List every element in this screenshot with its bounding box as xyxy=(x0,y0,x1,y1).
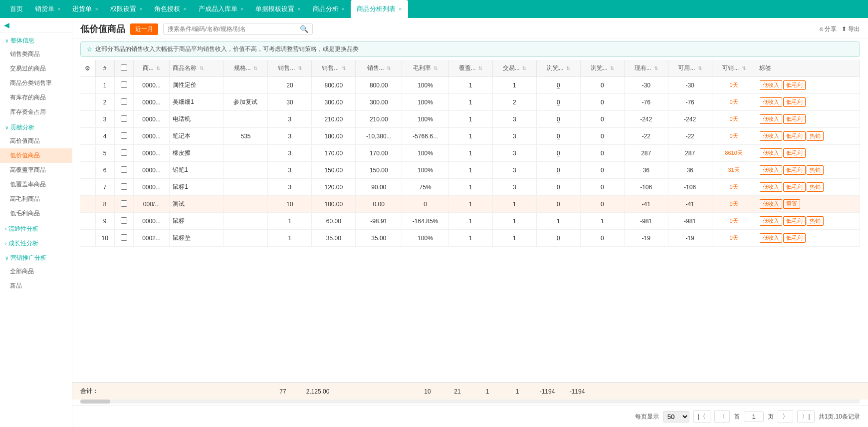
sidebar-item-all-products[interactable]: 全部商品 xyxy=(0,264,72,279)
th-sales2[interactable]: 销售... ⇅ xyxy=(312,60,356,77)
td-checkbox[interactable] xyxy=(114,77,133,94)
per-page-select[interactable]: 50 100 200 xyxy=(663,411,689,423)
row-checkbox[interactable] xyxy=(121,149,127,156)
td-browse1[interactable]: 0 xyxy=(536,77,580,94)
close-icon[interactable]: × xyxy=(57,6,60,12)
sidebar-group-growth[interactable]: › 成长性分析 xyxy=(0,235,72,250)
sidebar-group-overall[interactable]: ∨ 整体信息 xyxy=(0,32,72,47)
td-browse1[interactable]: 0 xyxy=(536,128,580,145)
close-icon[interactable]: × xyxy=(297,6,300,12)
th-margin-rate[interactable]: 毛利率 ⇅ xyxy=(402,60,449,77)
td-browse1[interactable]: 0 xyxy=(536,230,580,247)
close-icon[interactable]: × xyxy=(399,6,402,12)
td-checkbox[interactable] xyxy=(114,94,133,111)
td-checkbox[interactable] xyxy=(114,179,133,196)
td-browse1[interactable]: 0 xyxy=(536,196,580,213)
close-icon[interactable]: × xyxy=(139,6,142,12)
table-settings-th[interactable]: ⚙ xyxy=(80,60,95,77)
th-code[interactable]: 商... ⇅ xyxy=(133,60,169,77)
th-available-stock[interactable]: 可用... ⇅ xyxy=(668,60,712,77)
td-checkbox[interactable] xyxy=(114,162,133,179)
td-browse1[interactable]: 1 xyxy=(536,213,580,230)
sidebar-item-sales-products[interactable]: 销售类商品 xyxy=(0,47,72,61)
th-transaction[interactable]: 交易... ⇅ xyxy=(492,60,536,77)
nav-permission[interactable]: 权限设置 × xyxy=(104,0,148,18)
nav-product-analysis[interactable]: 商品分析 × xyxy=(307,0,351,18)
browse-link[interactable]: 0 xyxy=(557,99,560,106)
td-checkbox[interactable] xyxy=(114,145,133,162)
sidebar-item-high-margin[interactable]: 高毛利商品 xyxy=(0,192,72,206)
sidebar-collapse-btn[interactable]: ◀ xyxy=(4,21,9,29)
sidebar-item-low-value[interactable]: 低价值商品 xyxy=(0,148,72,163)
nav-role-auth[interactable]: 角色授权 × xyxy=(148,0,192,18)
page-input[interactable] xyxy=(744,412,764,422)
close-icon[interactable]: × xyxy=(95,6,98,12)
filter-recent-month-btn[interactable]: 近一月 xyxy=(130,23,158,35)
sidebar-item-inventory-capital[interactable]: 库存资金占用 xyxy=(0,105,72,119)
browse-link[interactable]: 0 xyxy=(557,235,560,242)
browse-link[interactable]: 0 xyxy=(557,82,560,89)
row-checkbox[interactable] xyxy=(121,200,127,207)
browse-link[interactable]: 0 xyxy=(557,184,560,191)
td-browse1[interactable]: 0 xyxy=(536,179,580,196)
row-checkbox[interactable] xyxy=(121,183,127,190)
sidebar-group-circulation[interactable]: › 流通性分析 xyxy=(0,221,72,235)
th-sales3[interactable]: 销售... ⇅ xyxy=(356,60,402,77)
prev-page-btn[interactable]: 〈 xyxy=(714,410,730,423)
last-page-btn[interactable]: 〉| xyxy=(797,410,814,423)
browse-link[interactable]: 0 xyxy=(557,150,560,157)
th-name[interactable]: 商品名称 ⇅ xyxy=(170,60,223,77)
first-page-btn[interactable]: |〈 xyxy=(693,410,710,423)
sidebar-item-low-coverage[interactable]: 低覆盖率商品 xyxy=(0,177,72,192)
td-browse1[interactable]: 0 xyxy=(536,94,580,111)
sidebar-group-contribution[interactable]: ∨ 贡献分析 xyxy=(0,119,72,134)
td-checkbox[interactable] xyxy=(114,230,133,247)
td-browse1[interactable]: 0 xyxy=(536,162,580,179)
export-btn[interactable]: ⬆ 导出 xyxy=(842,25,860,33)
close-icon[interactable]: × xyxy=(240,6,243,12)
th-browse2[interactable]: 浏览... ⇅ xyxy=(580,60,624,77)
row-checkbox[interactable] xyxy=(121,132,127,139)
row-checkbox[interactable] xyxy=(121,81,127,88)
close-icon[interactable]: × xyxy=(342,6,345,12)
th-coverage[interactable]: 覆盖... ⇅ xyxy=(448,60,492,77)
th-current-stock[interactable]: 现有... ⇅ xyxy=(624,60,668,77)
sidebar-item-new-products[interactable]: 新品 xyxy=(0,279,72,293)
sidebar-item-traded-products[interactable]: 交易过的商品 xyxy=(0,61,72,76)
search-input[interactable] xyxy=(168,25,300,32)
sidebar-group-marketing[interactable]: ∨ 营销推广分析 xyxy=(0,250,72,264)
th-browse1[interactable]: 浏览... ⇅ xyxy=(536,60,580,77)
td-checkbox[interactable] xyxy=(114,196,133,213)
nav-product-analysis-list[interactable]: 商品分析列表 × xyxy=(351,0,408,18)
close-icon[interactable]: × xyxy=(183,6,186,12)
horizontal-scrollbar[interactable] xyxy=(80,400,860,404)
share-btn[interactable]: ⎋ 分享 xyxy=(820,25,837,33)
th-sales1[interactable]: 销售... ⇅ xyxy=(268,60,312,77)
nav-home[interactable]: 首页 xyxy=(4,0,29,18)
row-checkbox[interactable] xyxy=(121,98,127,105)
th-sellable-stock[interactable]: 可销... ⇅ xyxy=(712,60,756,77)
td-checkbox[interactable] xyxy=(114,128,133,145)
sidebar-item-low-margin[interactable]: 低毛利商品 xyxy=(0,206,72,221)
sidebar-item-inventory-products[interactable]: 有库存的商品 xyxy=(0,90,72,105)
td-browse1[interactable]: 0 xyxy=(536,145,580,162)
row-checkbox[interactable] xyxy=(121,234,127,241)
sidebar-item-high-coverage[interactable]: 高覆盖率商品 xyxy=(0,163,72,177)
sidebar-item-category-sales-rate[interactable]: 商品分类销售率 xyxy=(0,76,72,90)
browse-link[interactable]: 1 xyxy=(557,218,560,225)
row-checkbox[interactable] xyxy=(121,217,127,224)
row-checkbox[interactable] xyxy=(121,166,127,173)
nav-product-instock[interactable]: 产成品入库单 × xyxy=(193,0,249,18)
sidebar-item-high-value[interactable]: 高价值商品 xyxy=(0,134,72,148)
row-checkbox[interactable] xyxy=(121,115,127,122)
scrollbar-thumb[interactable] xyxy=(80,400,110,404)
browse-link[interactable]: 0 xyxy=(557,133,560,140)
browse-link[interactable]: 0 xyxy=(557,116,560,123)
nav-sales-order[interactable]: 销货单 × xyxy=(29,0,66,18)
td-checkbox[interactable] xyxy=(114,111,133,128)
nav-template-setting[interactable]: 单据模板设置 × xyxy=(249,0,306,18)
select-all-checkbox[interactable] xyxy=(121,64,127,71)
nav-purchase-order[interactable]: 进货单 × xyxy=(66,0,104,18)
next-page-btn[interactable]: 〉 xyxy=(778,410,793,423)
th-spec[interactable]: 规格... ⇅ xyxy=(223,60,268,77)
